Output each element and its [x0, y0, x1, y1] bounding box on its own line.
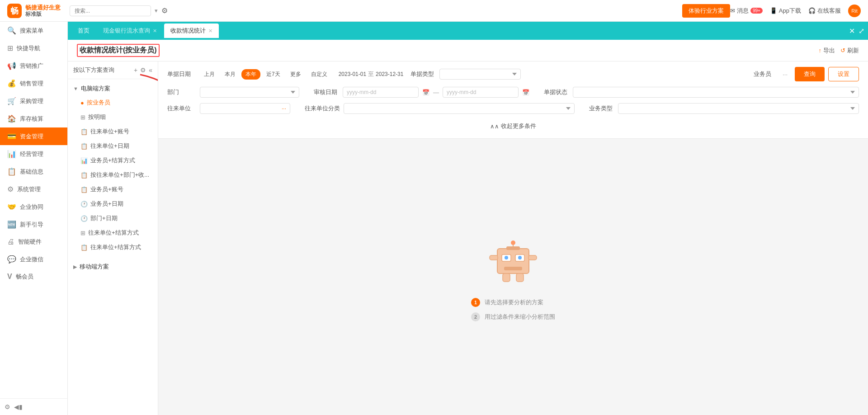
date-dash: 至	[368, 70, 374, 78]
scheme-add-icon[interactable]: +	[134, 66, 137, 74]
type-select[interactable]	[439, 69, 521, 80]
export-label: 导出	[823, 47, 835, 55]
window-maximize-btn[interactable]: ⤢	[859, 27, 864, 35]
tab-bar: 首页 现金银行流水查询 ✕ 收款情况统计 ✕ ✕ ⤢	[68, 22, 868, 40]
partner-settlement1-label: 往来单位+结算方式	[88, 229, 139, 237]
salesman-more-icon[interactable]: ···	[783, 71, 788, 78]
step-1-label: 请先选择要分析的方案	[485, 298, 543, 307]
filter-panel: 单据日期 上月 本月 本年 近7天 更多 自定义 2023-01-01	[158, 61, 868, 139]
partner-date-icon: 📋	[80, 143, 88, 150]
audit-date-from[interactable]	[343, 87, 419, 98]
scheme-section-pc: ▼ 电脑端方案 ● 按业务员 ⊞ 按明细 📋	[68, 79, 158, 257]
scheme-item-partner-settlement2[interactable]: 📋 往来单位+结算方式	[68, 240, 158, 255]
scheme-item-partner-dept-collect[interactable]: 📋 按往来单位+部门+收...	[68, 168, 158, 182]
date-btn-7days[interactable]: 近7天	[262, 69, 284, 80]
collapse-button[interactable]: ∧∧ 收起更多条件	[485, 119, 542, 133]
partner-more-btn[interactable]: ···	[282, 105, 286, 112]
sidebar-item-guide[interactable]: 🆕 新手引导	[0, 216, 67, 233]
status-select[interactable]	[573, 87, 859, 98]
salesman-settlement-label: 业务员+结算方式	[90, 156, 135, 165]
sidebar-item-member[interactable]: V 畅会员	[0, 268, 67, 285]
user-avatar[interactable]: Rit	[848, 5, 861, 17]
sidebar-item-system[interactable]: ⚙ 系统管理	[0, 180, 67, 198]
filter-row-3: 往来单位 ··· 往来单位分类	[167, 103, 859, 114]
step-num-2: 2	[471, 312, 480, 321]
settings-gear-icon[interactable]: ⚙	[161, 6, 168, 15]
tab-home[interactable]: 首页	[71, 24, 96, 38]
online-support-button[interactable]: 🎧 在线客服	[808, 7, 841, 15]
date-btn-custom[interactable]: 自定义	[307, 69, 331, 80]
sidebar-item-enterprise[interactable]: 🤝 企业协同	[0, 198, 67, 216]
step-num-1: 1	[471, 298, 480, 307]
partner-settlement2-label: 往来单位+结算方式	[90, 243, 141, 251]
sidebar-item-smarthw[interactable]: 🖨 智能硬件	[0, 233, 67, 250]
scheme-item-by-detail[interactable]: ⊞ 按明细	[68, 110, 158, 124]
partner-category-select[interactable]	[344, 103, 575, 114]
dropdown-arrow-icon[interactable]: ▾	[155, 7, 158, 14]
scheme-collapse-icon[interactable]: «	[149, 66, 152, 74]
audit-date-from-icon[interactable]: 📅	[422, 89, 429, 96]
sidebar-item-wechat[interactable]: 💬 企业微信	[0, 250, 67, 268]
partner-dept-collect-icon: 📋	[80, 172, 88, 179]
scheme-item-by-salesman[interactable]: ● 按业务员	[68, 95, 158, 110]
scheme-item-salesman-settlement[interactable]: 📊 业务员+结算方式	[68, 153, 158, 168]
top-search-input[interactable]	[70, 5, 151, 16]
scheme-item-salesman-account[interactable]: 📋 业务员+账号	[68, 182, 158, 197]
sidebar-item-purchase[interactable]: 🛒 采购管理	[0, 92, 67, 110]
tab-collection-stats[interactable]: 收款情况统计 ✕	[164, 24, 219, 38]
collapse-label: 收起更多条件	[501, 122, 536, 130]
dept-select[interactable]	[200, 87, 299, 98]
detail-scheme-label: 按明细	[88, 113, 106, 121]
refresh-button[interactable]: ↺ 刷新	[840, 47, 859, 55]
top-bar: 畅 畅捷通好生意 标准版 ▾ ⚙ 体验行业方案 ✉ 消息 99+ 📱 App下载	[0, 0, 868, 22]
scheme-section-mobile-header[interactable]: ▶ 移动端方案	[68, 260, 158, 274]
collapse-icon: ∧∧	[490, 123, 499, 130]
biz-type-label: 业务类型	[589, 104, 614, 113]
scheme-item-salesman-date[interactable]: 🕐 业务员+日期	[68, 197, 158, 211]
export-icon: ↑	[819, 47, 822, 54]
sidebar-item-operations[interactable]: 📊 经营管理	[0, 145, 67, 163]
guide-icon: 🆕	[7, 220, 16, 229]
salesman-date-icon: 🕐	[80, 201, 88, 208]
sidebar-item-finance[interactable]: 💳 资金管理	[0, 127, 67, 145]
scheme-section-pc-header[interactable]: ▼ 电脑端方案	[68, 82, 158, 95]
tab-collection-stats-close[interactable]: ✕	[208, 28, 212, 34]
biz-type-select[interactable]	[618, 103, 859, 114]
date-btn-more[interactable]: 更多	[286, 69, 305, 80]
sidebar-collapse-icon[interactable]: ◀▮	[14, 403, 23, 410]
scheme-item-partner-settlement1[interactable]: ⊞ 往来单位+结算方式	[68, 226, 158, 240]
sidebar-item-search[interactable]: 🔍 搜索菜单	[0, 22, 67, 39]
sidebar-item-quicknav[interactable]: ⊞ 快捷导航	[0, 39, 67, 57]
audit-date-to-icon[interactable]: 📅	[522, 89, 529, 96]
scheme-setting-icon[interactable]: ⚙	[140, 66, 146, 74]
salesman-date-label: 业务员+日期	[90, 200, 123, 208]
query-button[interactable]: 查询	[795, 67, 825, 81]
trial-button[interactable]: 体验行业方案	[682, 4, 730, 18]
salesman-label: 业务员	[754, 70, 779, 78]
scheme-item-partner-date[interactable]: 📋 往来单位+日期	[68, 139, 158, 153]
sidebar-item-basicinfo[interactable]: 📋 基础信息	[0, 163, 67, 180]
app-download-button[interactable]: 📱 App下载	[770, 7, 801, 15]
date-btn-last-month[interactable]: 上月	[200, 69, 219, 80]
scheme-item-partner-account[interactable]: 📋 往来单位+账号	[68, 124, 158, 139]
partner-input-area[interactable]: ···	[200, 103, 290, 114]
biz-type-filter: 业务类型	[589, 103, 859, 114]
svg-rect-9	[528, 255, 537, 260]
tab-bank-flow[interactable]: 现金银行流水查询 ✕	[97, 24, 163, 38]
date-btn-this-month[interactable]: 本月	[221, 69, 240, 80]
message-button[interactable]: ✉ 消息 99+	[730, 7, 763, 15]
sidebar-item-sales[interactable]: 💰 销售管理	[0, 75, 67, 92]
settings-button[interactable]: 设置	[828, 67, 859, 81]
scheme-item-dept-date[interactable]: 🕐 部门+日期	[68, 211, 158, 226]
sidebar-item-marketing[interactable]: 📢 营销推广	[0, 57, 67, 75]
date-btn-this-year[interactable]: 本年	[241, 69, 260, 80]
sidebar-label-smarthw: 智能硬件	[18, 238, 42, 246]
tab-bank-flow-close[interactable]: ✕	[153, 28, 157, 34]
window-close-btn[interactable]: ✕	[849, 27, 855, 35]
audit-date-to[interactable]	[443, 87, 519, 98]
sidebar-settings-icon[interactable]: ⚙	[5, 403, 10, 410]
sidebar-item-warehouse[interactable]: 🏠 库存核算	[0, 110, 67, 127]
search-icon: 🔍	[7, 26, 16, 35]
scheme-panel: 按以下方案查询 + ⚙ «	[68, 61, 158, 415]
export-button[interactable]: ↑ 导出	[819, 47, 835, 55]
